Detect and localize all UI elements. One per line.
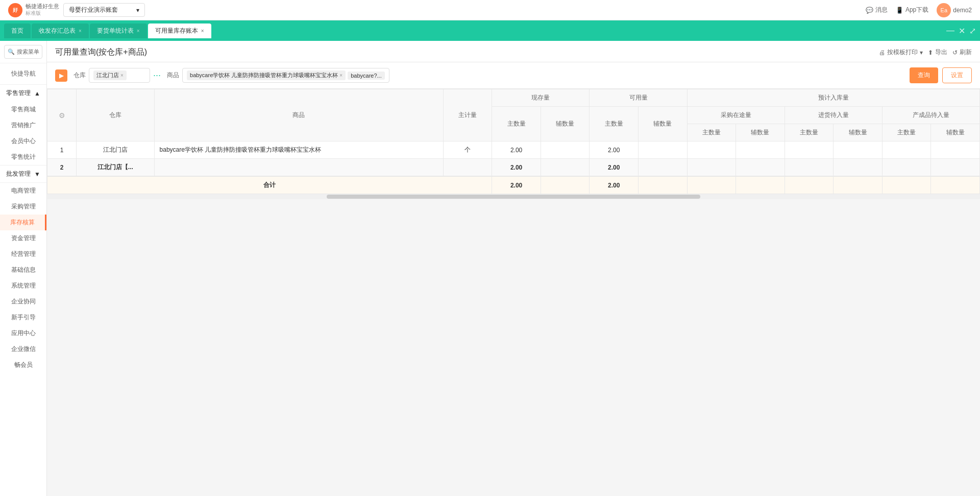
tab-minimize-btn[interactable]: — [946, 26, 954, 36]
message-action[interactable]: 💬 消息 [866, 6, 888, 14]
sidebar: 🔍 搜索菜单 快捷导航 零售管理 ▲ 零售商城 营销推广 会员中心 零售统计 批… [0, 41, 47, 496]
tab-receivable-close[interactable]: × [79, 28, 82, 34]
chevron-down-icon: ▾ [136, 7, 139, 14]
th-purchase-main: 主数量 [687, 124, 736, 141]
warehouse-filter-input[interactable]: 江北门店 × [89, 68, 150, 83]
footer-arrival-aux [834, 176, 883, 194]
tab-order-stats-close[interactable]: × [137, 28, 140, 34]
product-filter-input[interactable]: babycare学饮杯 儿童防摔防撞吸管杯重力球吸嘴杯宝宝水杯 × babyca… [182, 68, 389, 83]
sidebar-item-vip[interactable]: 畅会员 [0, 357, 46, 373]
sidebar-section-retail-header[interactable]: 零售管理 ▲ [0, 85, 46, 102]
sidebar-item-inventory[interactable]: 库存核算 [0, 215, 46, 230]
row-available-main-1: 2.00 [590, 141, 639, 159]
tab-expand-btn[interactable]: ⤢ [969, 26, 976, 36]
filter-toggle-button[interactable]: ▶ [55, 69, 67, 82]
tab-home-label: 首页 [11, 27, 23, 35]
footer-current-main: 2.00 [492, 176, 541, 194]
sidebar-item-ecommerce[interactable]: 电商管理 [0, 183, 46, 199]
retail-section-label: 零售管理 [6, 89, 31, 98]
template-print-label: 按模板打印 [887, 48, 918, 57]
th-arrival-pending: 进货待入量 [785, 107, 882, 124]
footer-current-aux [541, 176, 590, 194]
tab-home[interactable]: 首页 [4, 23, 31, 38]
sidebar-item-app-center[interactable]: 应用中心 [0, 325, 46, 341]
refresh-button[interactable]: ↺ 刷新 [952, 48, 972, 57]
tab-receivable[interactable]: 收发存汇总表 × [32, 23, 89, 38]
message-icon: 💬 [866, 7, 873, 14]
sidebar-item-finance[interactable]: 资金管理 [0, 230, 46, 246]
sidebar-item-quick-nav[interactable]: 快捷导航 [0, 66, 46, 81]
th-settings: ⚙ [47, 89, 77, 141]
refresh-label: 刷新 [960, 48, 972, 57]
sidebar-item-retail-stats[interactable]: 零售统计 [0, 149, 46, 165]
th-current-aux: 辅数量 [541, 107, 590, 141]
user-area[interactable]: Ea demo2 [937, 3, 972, 17]
warehouse-tag-close[interactable]: × [120, 73, 124, 78]
search-icon: 🔍 [8, 49, 15, 55]
sidebar-item-basic-info[interactable]: 基础信息 [0, 262, 46, 278]
user-name: demo2 [953, 7, 972, 14]
product-tag-1: babycare学饮杯 儿童防摔防撞吸管杯重力球吸嘴杯宝宝水杯 × [187, 70, 346, 80]
row-current-aux-1 [541, 141, 590, 159]
row-production-main-2 [882, 159, 931, 177]
sidebar-item-retail-mall[interactable]: 零售商城 [0, 102, 46, 117]
filter-more-icon[interactable]: ··· [153, 70, 161, 81]
industry-label: 母婴行业演示账套 [69, 6, 118, 14]
tab-available-stock-label: 可用量库存账本 [155, 27, 198, 35]
row-no-2: 2 [47, 159, 77, 177]
product-tag-1-close[interactable]: × [339, 73, 342, 78]
export-button[interactable]: ⬆ 导出 [928, 48, 947, 57]
tab-available-stock-close[interactable]: × [201, 28, 204, 34]
row-production-aux-1 [931, 141, 980, 159]
sidebar-item-member-center[interactable]: 会员中心 [0, 133, 46, 149]
sidebar-item-enterprise-collab[interactable]: 企业协同 [0, 294, 46, 310]
horizontal-scrollbar[interactable] [47, 194, 980, 199]
sidebar-item-operations[interactable]: 经营管理 [0, 246, 46, 262]
sidebar-nav: 快捷导航 [0, 63, 46, 85]
th-forecast-stock: 预计入库量 [687, 89, 979, 107]
table-footer-row: 合计 2.00 2.00 [47, 176, 980, 194]
tab-order-stats[interactable]: 要货单统计表 × [90, 23, 147, 38]
wholesale-section-label: 批发管理 [6, 170, 31, 178]
tab-bar-actions: — ✕ ⤢ [946, 26, 976, 36]
th-available-stock: 可用量 [590, 89, 687, 107]
th-main-unit: 主计量 [443, 89, 492, 141]
sidebar-item-enterprise-wx[interactable]: 企业微信 [0, 341, 46, 357]
sidebar-section-wholesale-header[interactable]: 批发管理 ▼ [0, 166, 46, 182]
th-current-main: 主数量 [492, 107, 541, 141]
export-icon: ⬆ [928, 49, 933, 56]
row-production-aux-2 [931, 159, 980, 177]
app-download-action[interactable]: 📱 App下载 [896, 6, 928, 14]
th-arrival-aux: 辅数量 [834, 124, 883, 141]
row-unit-2 [443, 159, 492, 177]
sidebar-section-retail: 零售管理 ▲ 零售商城 营销推广 会员中心 零售统计 [0, 85, 46, 166]
sidebar-item-purchase[interactable]: 采购管理 [0, 199, 46, 215]
sidebar-section-wholesale: 批发管理 ▼ [0, 166, 46, 183]
refresh-icon: ↺ [952, 49, 958, 56]
warehouse-tag: 江北门店 × [93, 70, 127, 80]
sidebar-item-retail-promo[interactable]: 营销推广 [0, 117, 46, 133]
app-download-label: App下载 [905, 6, 928, 14]
settings-button[interactable]: 设置 [942, 67, 972, 83]
template-print-button[interactable]: 🖨 按模板打印 ▾ [879, 48, 923, 57]
tab-receivable-label: 收发存汇总表 [39, 27, 76, 35]
tab-available-stock[interactable]: 可用量库存账本 × [148, 23, 211, 38]
sidebar-item-system[interactable]: 系统管理 [0, 278, 46, 294]
query-button[interactable]: 查询 [910, 67, 938, 83]
row-current-main-2: 2.00 [492, 159, 541, 177]
scrollbar-thumb[interactable] [327, 195, 700, 199]
sidebar-item-new-guide[interactable]: 新手引导 [0, 310, 46, 325]
filter-toggle-icon: ▶ [59, 72, 64, 79]
column-settings-icon[interactable]: ⚙ [59, 111, 65, 120]
filter-actions: 查询 设置 [910, 67, 972, 83]
row-purchase-main-2 [687, 159, 736, 177]
industry-select[interactable]: 母婴行业演示账套 ▾ [63, 3, 145, 17]
chevron-up-icon: ▲ [34, 90, 40, 97]
sidebar-search-button[interactable]: 🔍 搜索菜单 [4, 45, 42, 59]
tab-close-all-btn[interactable]: ✕ [959, 26, 965, 36]
footer-purchase-main [687, 176, 736, 194]
table-container: ⚙ 仓库 商品 主计量 现存量 可用量 预计入库量 主数量 辅数量 主数量 辅数… [47, 89, 980, 496]
row-unit-1: 个 [443, 141, 492, 159]
footer-production-main [882, 176, 931, 194]
product-filter-label: 商品 [167, 71, 179, 80]
